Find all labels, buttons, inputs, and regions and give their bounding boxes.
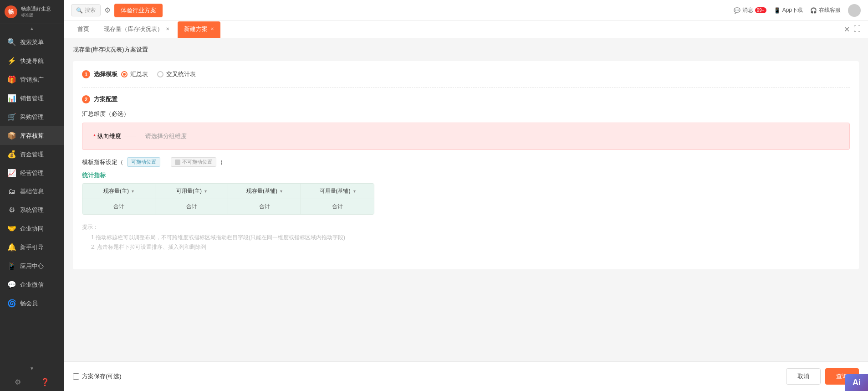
sidebar-bottom: ⚙ ❓ — [0, 373, 64, 391]
stats-col-4-body: 合计 — [301, 199, 374, 214]
sidebar-item-apps[interactable]: 📱 应用中心 — [0, 257, 64, 275]
search-placeholder: 搜索 — [85, 6, 96, 14]
tips-section: 提示： 1.拖动标题栏可以调整布局，不可跨维度或指标区域拖动栏目字段(只能在同一… — [82, 223, 850, 251]
sidebar-item-purchase[interactable]: 🛒 采购管理 — [0, 108, 64, 126]
sidebar-scroll-down[interactable]: ▼ — [0, 364, 64, 373]
dimension-box[interactable]: * 纵向维度 —— 请选择分组维度 — [82, 123, 850, 150]
section2-number: 2 — [82, 95, 90, 103]
radio-cross-label: 交叉统计表 — [166, 70, 196, 78]
not-draggable-tag: 不可拖动位置 — [171, 157, 216, 167]
app-download-button[interactable]: 📱 App下载 — [774, 6, 803, 14]
logo-text: 畅康通好生意 标准版 — [21, 5, 51, 18]
help-icon[interactable]: ❓ — [41, 378, 50, 386]
page-title: 现存量(库存状况表)方案设置 — [73, 46, 859, 54]
logo-icon: 畅 — [5, 5, 17, 18]
tips-item-1: 1.拖动标题栏可以调整布局，不可跨维度或指标区域拖动栏目字段(只能在同一维度或指… — [82, 234, 850, 242]
tips-item-2: 2. 点击标题栏下拉可设置排序、插入列和删除列 — [82, 243, 850, 251]
app-icon: 📱 — [774, 7, 781, 14]
sidebar-item-label: 畅会员 — [20, 299, 38, 308]
stats-col-2-header[interactable]: 可用量(主) ▾ — [155, 184, 228, 199]
ai-badge[interactable]: Ai — [845, 374, 868, 391]
tab-bar: 首页 现存量（库存状况表） ✕ 新建方案 ✕ ✕ ⛶ — [64, 21, 868, 38]
radio-cross[interactable]: 交叉统计表 — [157, 70, 196, 78]
tips-title: 提示： — [82, 223, 850, 231]
gear-icon[interactable]: ⚙ — [104, 6, 111, 15]
online-service-button[interactable]: 🎧 在线客服 — [810, 6, 841, 14]
marketing-icon: 🎁 — [7, 75, 16, 84]
settings-icon[interactable]: ⚙ — [15, 378, 21, 386]
sidebar-item-operations[interactable]: 📈 经营管理 — [0, 164, 64, 182]
section-scheme-config: 2 方案配置 汇总维度（必选） * 纵向维度 —— 请选择分组维度 模板指标设定… — [82, 95, 850, 251]
tab-new-scheme[interactable]: 新建方案 ✕ — [178, 21, 220, 38]
close-all-tabs-icon[interactable]: ✕ — [844, 25, 850, 34]
sidebar-item-shortcut[interactable]: ⚡ 快捷导航 — [0, 51, 64, 70]
sidebar-logo: 畅 畅康通好生意 标准版 — [0, 0, 64, 24]
section1-title: 选择模板 — [94, 70, 117, 78]
stats-col-2: 可用量(主) ▾ 合计 — [155, 184, 228, 214]
radio-cross-circle — [157, 71, 163, 77]
tab-home[interactable]: 首页 — [71, 21, 96, 38]
sidebar-item-sales[interactable]: 📊 销售管理 — [0, 89, 64, 108]
tab-inventory-status[interactable]: 现存量（库存状况表） ✕ — [97, 21, 176, 38]
agreement-icon: 🤝 — [7, 224, 16, 233]
stats-col-3-header[interactable]: 现存量(基辅) ▾ — [228, 184, 301, 199]
template-radio-group: 汇总表 交叉统计表 — [121, 70, 196, 78]
sidebar-item-wechat[interactable]: 💬 企业微信 — [0, 275, 64, 294]
tab-bar-right: ✕ ⛶ — [844, 25, 861, 34]
template-settings-text-start: 模板指标设定（ — [82, 158, 123, 166]
sidebar-item-inventory[interactable]: 📦 库存核算 — [0, 126, 64, 145]
chevron-down-icon: ▾ — [280, 189, 282, 194]
template-settings-text-end: ） — [220, 158, 226, 166]
header-search[interactable]: 🔍 搜索 — [71, 4, 101, 16]
messages-button[interactable]: 💬 消息 99+ — [734, 6, 766, 14]
sidebar-item-basic[interactable]: 🗂 基础信息 — [0, 182, 64, 201]
dimension-dash: —— — [121, 133, 139, 140]
message-icon: 💬 — [734, 7, 740, 14]
sidebar-item-search[interactable]: 🔍 搜索菜单 — [0, 33, 64, 51]
stats-col-1-body: 合计 — [82, 199, 155, 214]
settings-panel: 1 选择模板 汇总表 交叉统计表 — [73, 61, 859, 269]
save-scheme-checkbox[interactable] — [73, 373, 79, 380]
bottom-left: 方案保存(可选) — [73, 372, 122, 381]
header-left: 🔍 搜索 ⚙ 体验行业方案 — [71, 4, 730, 17]
chevron-down-icon: ▾ — [132, 189, 134, 194]
chevron-down-icon: ▾ — [204, 189, 207, 194]
tab-close-new-scheme[interactable]: ✕ — [210, 26, 214, 31]
tab-home-label: 首页 — [77, 25, 89, 33]
sidebar-item-marketing[interactable]: 🎁 营销推广 — [0, 70, 64, 89]
sidebar-item-guide[interactable]: 🔔 新手引导 — [0, 238, 64, 257]
section-choose-template: 1 选择模板 汇总表 交叉统计表 — [82, 70, 850, 78]
dimension-placeholder: 请选择分组维度 — [145, 132, 187, 140]
top-header: 🔍 搜索 ⚙ 体验行业方案 💬 消息 99+ 📱 App下载 🎧 在线客服 — [64, 0, 868, 21]
radio-summary[interactable]: 汇总表 — [121, 70, 148, 78]
stats-table: 现存量(主) ▾ 合计 可用量(主) ▾ — [82, 183, 374, 215]
stats-col-4-header[interactable]: 可用量(基辅) ▾ — [301, 184, 374, 199]
shortcut-icon: ⚡ — [7, 57, 16, 65]
stats-col-2-body: 合计 — [155, 199, 228, 214]
required-mark: * — [93, 133, 96, 140]
sidebar-item-label: 搜索菜单 — [20, 38, 44, 46]
sidebar-item-agreement[interactable]: 🤝 企业协同 — [0, 219, 64, 238]
operations-icon: 📈 — [7, 169, 16, 177]
sidebar-item-label: 应用中心 — [20, 262, 44, 270]
sidebar-item-member[interactable]: 🌀 畅会员 — [0, 294, 64, 313]
sidebar-item-system[interactable]: ⚙ 系统管理 — [0, 201, 64, 219]
expand-icon[interactable]: ⛶ — [853, 25, 861, 34]
sidebar-item-label: 快捷导航 — [20, 57, 44, 65]
draggable-tag: 可拖动位置 — [127, 157, 160, 167]
tab-close-inventory[interactable]: ✕ — [166, 26, 169, 31]
radio-summary-label: 汇总表 — [130, 70, 148, 78]
sidebar-nav: 🔍 搜索菜单 ⚡ 快捷导航 🎁 营销推广 📊 销售管理 🛒 采购管理 📦 库存核… — [0, 33, 64, 364]
service-icon: 🎧 — [810, 7, 817, 14]
cancel-button[interactable]: 取消 — [786, 368, 821, 385]
user-avatar[interactable] — [848, 4, 861, 17]
sidebar-item-finance[interactable]: 💰 资金管理 — [0, 145, 64, 164]
sales-icon: 📊 — [7, 94, 16, 103]
sidebar-scroll-up[interactable]: ▲ — [0, 24, 64, 33]
stats-col-1-header[interactable]: 现存量(主) ▾ — [82, 184, 155, 199]
header-right: 💬 消息 99+ 📱 App下载 🎧 在线客服 — [734, 4, 861, 17]
trial-button[interactable]: 体验行业方案 — [114, 4, 163, 17]
tab-new-scheme-label: 新建方案 — [184, 25, 208, 33]
section2-header: 2 方案配置 — [82, 95, 850, 103]
guide-icon: 🔔 — [7, 243, 16, 252]
